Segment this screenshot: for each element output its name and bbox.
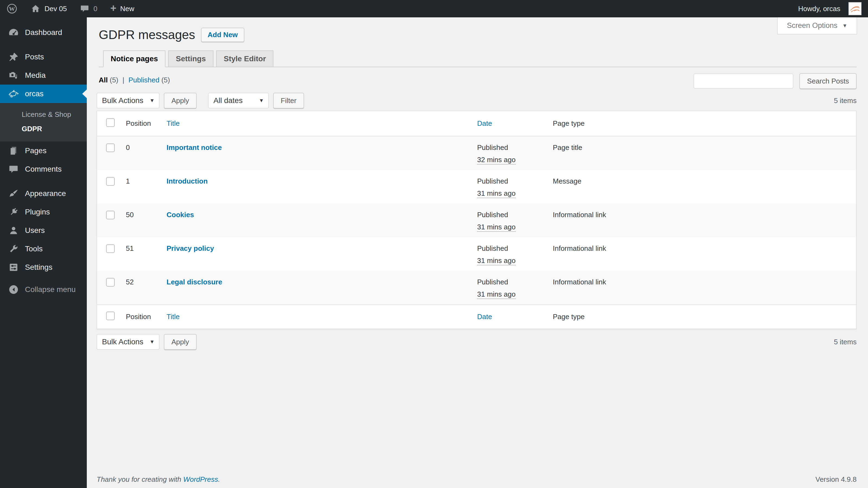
filter-published-link[interactable]: Published	[128, 76, 159, 84]
footer-thanks-period: .	[218, 475, 220, 483]
row-status: Published	[477, 244, 542, 253]
collapse-icon	[8, 284, 19, 295]
screen-options-toggle[interactable]: Screen Options ▼	[777, 18, 857, 34]
row-status: Published	[477, 210, 542, 219]
column-header-date[interactable]: Date	[469, 111, 545, 136]
filter-separator: |	[120, 76, 126, 84]
row-title-link[interactable]: Important notice	[166, 143, 222, 152]
row-time-ago: 31 mins ago	[477, 223, 516, 232]
sidebar-item-label: Comments	[25, 165, 62, 173]
row-title-link[interactable]: Privacy policy	[166, 244, 214, 252]
table-footer: Position Title Date Page type	[97, 305, 856, 329]
date-filter-select[interactable]: All dates ▼	[208, 93, 269, 108]
orcas-icon	[8, 88, 19, 99]
row-status: Published	[477, 177, 542, 186]
tools-icon	[8, 243, 19, 254]
apply-button[interactable]: Apply	[164, 93, 197, 108]
new-content-menu[interactable]: + New	[104, 0, 141, 18]
sidebar-item-settings[interactable]: Settings	[0, 258, 87, 276]
bulk-actions-select-bottom[interactable]: Bulk Actions ▼	[97, 334, 159, 350]
footer-version: Version 4.9.8	[815, 475, 857, 484]
sidebar-item-plugins[interactable]: Plugins	[0, 203, 87, 221]
new-label: New	[120, 5, 134, 13]
all-dates-label: All dates	[214, 96, 243, 105]
row-date: Published31 mins ago	[469, 204, 545, 237]
row-checkbox[interactable]	[106, 177, 115, 186]
filter-all-link[interactable]: All	[99, 76, 108, 84]
sidebar-subitem-gdpr[interactable]: GDPR	[0, 122, 87, 136]
select-all-checkbox[interactable]	[106, 312, 115, 320]
row-title-link[interactable]: Introduction	[166, 177, 208, 185]
tab-settings[interactable]: Settings	[168, 51, 213, 67]
settings-icon	[8, 262, 19, 273]
media-icon	[8, 70, 19, 81]
wordpress-logo-button[interactable]: W	[0, 0, 24, 18]
sidebar-item-orcas[interactable]: orcas	[0, 85, 87, 103]
row-page-type: Informational link	[545, 237, 856, 271]
search-input[interactable]	[693, 73, 794, 89]
sidebar-subitem-license-shop[interactable]: License & Shop	[0, 107, 87, 122]
my-account-menu[interactable]: Howdy, orcas	[792, 0, 868, 18]
page-title: GDPR messages	[99, 27, 195, 42]
filter-published-count: (5)	[161, 76, 170, 84]
row-position: 52	[118, 271, 159, 305]
chevron-down-icon: ▼	[842, 23, 847, 29]
title-bar: GDPR messages Add New	[99, 27, 857, 42]
menu-separator	[0, 42, 87, 48]
row-title-link[interactable]: Legal disclosure	[166, 278, 222, 286]
chevron-down-icon: ▼	[150, 339, 155, 345]
apply-button-bottom[interactable]: Apply	[164, 334, 197, 350]
tab-notice-pages[interactable]: Notice pages	[103, 51, 165, 67]
row-position: 51	[118, 237, 159, 271]
comments-shortcut[interactable]: 0	[73, 0, 104, 18]
sidebar-item-appearance[interactable]: Appearance	[0, 184, 87, 203]
site-name: Dev 05	[44, 5, 67, 13]
sidebar-item-users[interactable]: Users	[0, 221, 87, 240]
table-row: 52 Legal disclosure Published31 mins ago…	[97, 271, 856, 305]
table-row: 51 Privacy policy Published31 mins ago I…	[97, 237, 856, 271]
row-time-ago: 32 mins ago	[477, 156, 516, 165]
plugins-icon	[8, 206, 19, 218]
comment-count: 0	[93, 5, 97, 13]
table-header: Position Title Date Page type	[97, 111, 856, 136]
table-row: 50 Cookies Published31 mins ago Informat…	[97, 204, 856, 237]
sidebar-item-tools[interactable]: Tools	[0, 240, 87, 258]
wordpress-logo-icon: W	[6, 3, 18, 14]
sidebar-item-comments[interactable]: Comments	[0, 160, 87, 178]
sidebar-item-label: Posts	[25, 53, 44, 61]
admin-menu: Dashboard Posts Media orcas License	[0, 18, 87, 488]
filter-all-count: (5)	[110, 76, 118, 84]
sidebar-item-dashboard[interactable]: Dashboard	[0, 23, 87, 42]
bulk-actions-select[interactable]: Bulk Actions ▼	[97, 93, 159, 108]
menu-separator	[0, 178, 87, 184]
posts-table: Position Title Date Page type 0 Importan…	[97, 110, 857, 329]
footer-thanks: Thank you for creating with WordPress.	[97, 475, 220, 484]
sidebar-item-posts[interactable]: Posts	[0, 48, 87, 66]
admin-footer: Thank you for creating with WordPress. V…	[97, 475, 857, 484]
tab-style-editor[interactable]: Style Editor	[216, 51, 274, 67]
filter-button[interactable]: Filter	[273, 93, 304, 108]
collapse-menu-button[interactable]: Collapse menu	[0, 280, 87, 299]
row-checkbox[interactable]	[106, 278, 115, 287]
sidebar-item-media[interactable]: Media	[0, 66, 87, 85]
select-all-checkbox[interactable]	[106, 118, 115, 127]
row-position: 0	[118, 136, 159, 170]
wordpress-link[interactable]: WordPress	[183, 475, 218, 483]
sidebar-item-pages[interactable]: Pages	[0, 141, 87, 160]
column-header-date[interactable]: Date	[469, 305, 545, 329]
site-menu[interactable]: Dev 05	[24, 0, 73, 18]
items-count: 5 items	[834, 338, 857, 346]
posts-icon	[8, 52, 19, 62]
row-title-link[interactable]: Cookies	[166, 210, 194, 219]
main-content: GDPR messages Add New Notice pages Setti…	[87, 18, 868, 488]
tablenav-top: Bulk Actions ▼ Apply All dates ▼ Filter …	[97, 93, 857, 108]
chevron-down-icon: ▼	[150, 98, 155, 104]
column-header-title[interactable]: Title	[159, 305, 469, 329]
search-posts-button[interactable]: Search Posts	[799, 73, 857, 89]
add-new-button[interactable]: Add New	[201, 28, 244, 42]
row-checkbox[interactable]	[106, 210, 115, 219]
column-header-title[interactable]: Title	[159, 111, 469, 136]
pages-icon	[8, 145, 19, 156]
row-checkbox[interactable]	[106, 143, 115, 152]
row-checkbox[interactable]	[106, 244, 115, 253]
